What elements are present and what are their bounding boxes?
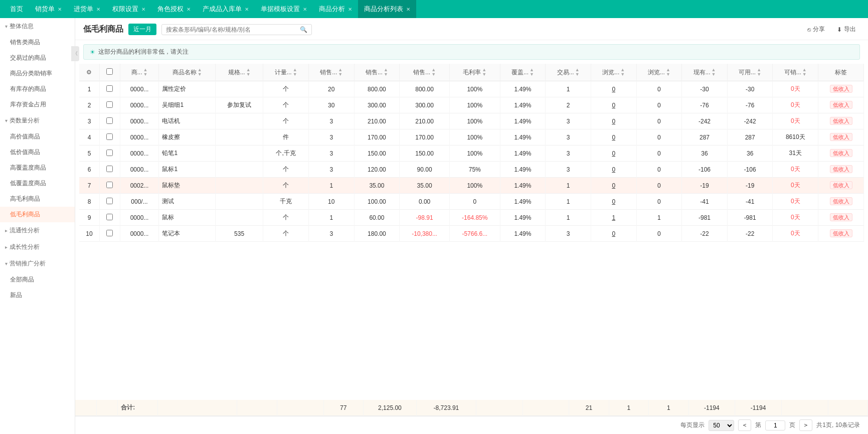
next-page-button[interactable]: ＞: [799, 419, 812, 431]
row-name: 鼠标垫: [159, 178, 216, 194]
row-saleable: 0天: [773, 113, 818, 129]
row-checkbox[interactable]: [99, 162, 120, 178]
row-unit: 件: [263, 129, 309, 146]
sidebar-item-in-stock[interactable]: 有库存的商品: [0, 81, 75, 97]
row-sale-qty: 1: [308, 178, 354, 194]
col-browse1[interactable]: 浏览...▲▼: [591, 64, 636, 81]
row-checkbox[interactable]: [99, 226, 120, 242]
nav-close-icon[interactable]: ✕: [187, 7, 191, 12]
row-sale-qty: 3: [308, 162, 354, 178]
row-unit: 个: [263, 97, 309, 113]
per-page-select[interactable]: 50 100: [709, 420, 734, 431]
time-filter-button[interactable]: 近一月: [128, 24, 156, 35]
col-unit[interactable]: 计量...▲▼: [263, 64, 309, 81]
row-coverage: 1.49%: [500, 162, 546, 178]
sidebar-collapse-button[interactable]: 《: [71, 46, 79, 61]
row-gross-margin: 100%: [449, 113, 500, 129]
sidebar-item-high-value[interactable]: 高价值商品: [0, 129, 75, 144]
nav-close-icon[interactable]: ✕: [406, 7, 410, 12]
row-sale-price: 35.00: [354, 178, 400, 194]
sidebar-item-new-products[interactable]: 新品: [0, 287, 75, 303]
col-sale-price[interactable]: 销售...▲▼: [354, 64, 400, 81]
nav-home[interactable]: 首页: [4, 0, 29, 18]
export-icon: ⬇: [837, 26, 842, 33]
nav-close-icon[interactable]: ✕: [96, 7, 100, 12]
nav-product-analysis[interactable]: 商品分析 ✕: [313, 0, 358, 18]
row-code: 0000...: [120, 226, 159, 242]
page-suffix: 页: [789, 421, 795, 429]
sidebar-item-low-margin[interactable]: 低毛利商品: [0, 207, 75, 222]
col-settings[interactable]: ⚙: [79, 64, 99, 81]
sidebar-group-circulation[interactable]: ▸ 流通性分析: [0, 222, 75, 239]
search-input[interactable]: [166, 26, 300, 33]
col-checkbox[interactable]: [99, 64, 120, 81]
page-number-input[interactable]: [765, 420, 785, 430]
row-checkbox[interactable]: [99, 178, 120, 194]
sidebar-item-high-margin[interactable]: 高毛利商品: [0, 191, 75, 207]
nav-permission-settings[interactable]: 权限设置 ✕: [106, 0, 151, 18]
select-all-checkbox[interactable]: [106, 68, 113, 75]
row-name: 属性定价: [159, 81, 216, 97]
data-table-wrapper: ⚙ 商...▲▼ 商品名称▲▼ 规格...▲▼ 计量...▲▼ 销售...▲▼ …: [75, 64, 868, 400]
row-checkbox[interactable]: [99, 210, 120, 226]
nav-purchase-order[interactable]: 进货单 ✕: [68, 0, 106, 18]
share-button[interactable]: ⎋ 分享: [803, 23, 829, 36]
col-sale-profit[interactable]: 销售...▲▼: [400, 64, 450, 81]
sidebar-item-category-assist-rate[interactable]: 商品分类助销率: [0, 66, 75, 81]
row-checkbox[interactable]: [99, 129, 120, 146]
col-name[interactable]: 商品名称▲▼: [159, 64, 216, 81]
sidebar-group-growth[interactable]: ▸ 成长性分析: [0, 239, 75, 255]
col-browse2[interactable]: 浏览...▲▼: [636, 64, 682, 81]
sidebar-group-overall[interactable]: ▾ 整体信息: [0, 18, 75, 35]
col-coverage[interactable]: 覆盖...▲▼: [500, 64, 546, 81]
sidebar-group-marketing[interactable]: ▾ 营销推广分析: [0, 255, 75, 272]
row-code: 0000...: [120, 81, 159, 97]
row-sale-qty: 1: [308, 210, 354, 226]
sidebar-item-high-coverage[interactable]: 高覆盖度商品: [0, 160, 75, 176]
col-current-stock[interactable]: 现有...▲▼: [682, 64, 728, 81]
nav-close-icon[interactable]: ✕: [141, 7, 145, 12]
row-checkbox[interactable]: [99, 97, 120, 113]
search-icon[interactable]: 🔍: [300, 26, 307, 33]
nav-product-analysis-list[interactable]: 商品分析列表 ✕: [358, 0, 416, 18]
nav-template-settings[interactable]: 单据模板设置 ✕: [255, 0, 313, 18]
sidebar-group-quantity[interactable]: ▾ 类数量分析: [0, 112, 75, 129]
sidebar-item-low-value[interactable]: 低价值商品: [0, 144, 75, 160]
sidebar-item-low-coverage[interactable]: 低覆盖度商品: [0, 176, 75, 191]
row-transaction: 3: [546, 129, 591, 146]
export-button[interactable]: ⬇ 导出: [833, 23, 860, 36]
col-sale-qty[interactable]: 销售...▲▼: [308, 64, 354, 81]
row-checkbox[interactable]: [99, 146, 120, 162]
row-unit: 个,千克: [263, 146, 309, 162]
nav-role-auth[interactable]: 角色授权 ✕: [151, 0, 197, 18]
sidebar-item-all-products[interactable]: 全部商品: [0, 272, 75, 287]
row-browse1: 1: [591, 210, 636, 226]
row-transaction: 1: [546, 194, 591, 210]
sidebar-item-inventory-capital[interactable]: 库存资金占用: [0, 97, 75, 112]
col-available[interactable]: 可用...▲▼: [727, 64, 773, 81]
row-sale-price: 100.00: [354, 194, 400, 210]
col-saleable[interactable]: 可销...▲▼: [773, 64, 818, 81]
col-spec[interactable]: 规格...▲▼: [215, 64, 263, 81]
sidebar-item-sales-products[interactable]: 销售类商品: [0, 35, 75, 50]
col-tag[interactable]: 标签: [818, 64, 864, 81]
sidebar-item-traded-products[interactable]: 交易过的商品: [0, 50, 75, 66]
nav-close-icon[interactable]: ✕: [303, 7, 307, 12]
col-gross-margin[interactable]: 毛利率▲▼: [449, 64, 500, 81]
nav-close-icon[interactable]: ✕: [348, 7, 352, 12]
row-transaction: 3: [546, 226, 591, 242]
prev-page-button[interactable]: ＜: [738, 419, 751, 431]
nav-product-inbound[interactable]: 产成品入库单 ✕: [197, 0, 255, 18]
row-coverage: 1.49%: [500, 146, 546, 162]
row-checkbox[interactable]: [99, 81, 120, 97]
col-code[interactable]: 商...▲▼: [120, 64, 159, 81]
row-checkbox[interactable]: [99, 194, 120, 210]
row-available: -242: [727, 113, 773, 129]
nav-close-icon[interactable]: ✕: [245, 7, 249, 12]
row-name: 电话机: [159, 113, 216, 129]
col-transaction[interactable]: 交易...▲▼: [546, 64, 591, 81]
row-checkbox[interactable]: [99, 113, 120, 129]
nav-sales-order[interactable]: 销货单 ✕: [29, 0, 68, 18]
nav-close-icon[interactable]: ✕: [58, 7, 62, 12]
per-page-label: 每页显示: [680, 421, 705, 429]
